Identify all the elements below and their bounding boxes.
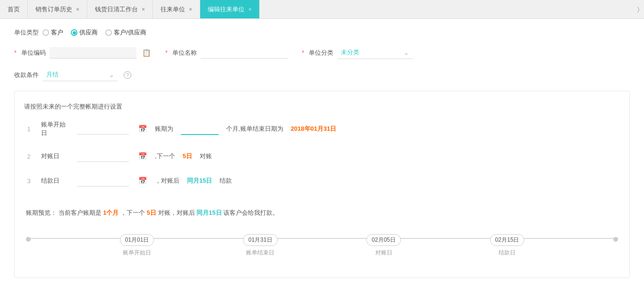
reconcile-date-input[interactable]: 2018-02-05: [77, 151, 129, 162]
timeline-point-3: 02月05日 对账日: [366, 234, 401, 257]
preview-highlight3: 同月15日: [196, 209, 221, 216]
radio-both[interactable]: 客户/供应商: [105, 28, 146, 37]
setting-row-1: 1 账单开始日 2018-01-01 📅 账期为 1 个月,账单结束日期为 20…: [24, 120, 620, 137]
tab-expand-button[interactable]: 〉: [633, 0, 644, 18]
preview-text: 账期预览： 当前客户账期是 1个月 ，下一个 5日 对账，对账后 同月15日 该…: [26, 207, 618, 218]
period-unit: 个月,账单结束日期为: [226, 125, 283, 133]
period-end-date: 2018年01月31日: [291, 125, 337, 133]
row-num-2: 2: [24, 153, 34, 160]
timeline-badge-3: 02月05日: [366, 234, 401, 246]
row-label-1: 账单开始日: [41, 120, 69, 137]
row-label-2: 对账日: [41, 152, 69, 160]
unit-info-row: * 单位编码 000001 📋 * 单位名称 河南供应商22 * 单位分类 未分…: [14, 46, 630, 59]
radio-customer[interactable]: 客户: [42, 28, 63, 37]
main-content: 单位类型 客户 供应商 客户/供应商 * 单位编码 00000: [0, 19, 644, 287]
payment-condition-value: 月结: [46, 70, 105, 79]
setting-row-3: 3 结款日 2018-02-15 📅 ，对账后同月15日结款: [24, 175, 620, 186]
preview-mid1: ，下一个: [120, 209, 145, 216]
timeline-badge-2: 01月31日: [243, 234, 278, 246]
period-input[interactable]: 1: [181, 123, 219, 135]
preview-section: 账期预览： 当前客户账期是 1个月 ，下一个 5日 对账，对账后 同月15日 该…: [24, 200, 620, 266]
unit-type-field: 单位类型 客户 供应商 客户/供应商: [14, 28, 146, 37]
unit-category-value: 未分类: [341, 48, 400, 57]
payment-condition-label: 收款条件: [14, 71, 39, 79]
unit-type-label: 单位类型: [14, 28, 39, 37]
payment-desc-suffix: 结款: [220, 177, 232, 185]
radio-customer-label: 客户: [51, 28, 63, 37]
row-num-1: 1: [24, 126, 34, 133]
tab-edit-partner-close[interactable]: ×: [248, 6, 252, 13]
payment-desc-highlight: 同月15日: [187, 177, 212, 185]
payment-condition-field: 收款条件 月结 ⌄ ?: [14, 68, 131, 81]
tab-sales-history-close[interactable]: ×: [76, 6, 79, 13]
preview-highlight2: 5日: [147, 209, 156, 216]
unit-name-field: * 单位名称 河南供应商22: [165, 47, 288, 59]
preview-suffix: 该客户会给我打款。: [223, 209, 279, 216]
card-title: 请按照未来的一个完整帐期进行设置: [24, 102, 620, 111]
unit-type-row: 单位类型 客户 供应商 客户/供应商: [14, 28, 630, 37]
row-label-3: 结款日: [41, 177, 69, 185]
timeline-label-2: 账单结束日: [246, 249, 274, 257]
timeline-point-2: 01月31日 账单结束日: [243, 234, 278, 257]
radio-both-label: 客户/供应商: [114, 28, 146, 37]
settings-card: 请按照未来的一个完整帐期进行设置 1 账单开始日 2018-01-01 📅 账期…: [14, 91, 630, 278]
preview-highlight1: 1个月: [103, 209, 119, 216]
timeline-badge-1: 01月01日: [120, 234, 154, 246]
timeline-start-dot: [26, 237, 31, 242]
unit-code-copy-icon[interactable]: 📋: [142, 49, 151, 57]
radio-supplier-circle: [71, 29, 77, 36]
payment-date-calendar-icon[interactable]: 📅: [138, 177, 147, 185]
timeline-label-4: 结款日: [499, 249, 516, 257]
unit-type-radio-group: 客户 供应商 客户/供应商: [42, 28, 146, 37]
payment-condition-row: 收款条件 月结 ⌄ ?: [14, 68, 630, 81]
unit-name-input[interactable]: 河南供应商22: [201, 47, 288, 59]
help-icon[interactable]: ?: [124, 71, 131, 79]
tab-sales-history[interactable]: 销售订单历史 ×: [28, 0, 87, 18]
payment-date-input[interactable]: 2018-02-15: [77, 175, 129, 186]
payment-desc-prefix: ，对账后: [155, 177, 179, 185]
unit-name-label: 单位名称: [172, 49, 197, 57]
radio-customer-circle: [42, 29, 49, 36]
unit-code-label: 单位编码: [21, 49, 46, 57]
setting-row-2: 2 对账日 2018-02-05 📅 ,下一个5日对账: [24, 151, 620, 162]
radio-supplier-label: 供应商: [79, 28, 98, 37]
tab-cash-work[interactable]: 钱货日清工作台 ×: [87, 0, 153, 18]
timeline-label-3: 对账日: [375, 249, 392, 257]
reconcile-desc-prefix: ,下一个: [155, 152, 175, 160]
start-date-calendar-icon[interactable]: 📅: [138, 125, 147, 133]
period-label: 账期为: [155, 125, 173, 133]
tab-partner-unit-close[interactable]: ×: [189, 6, 192, 13]
start-date-input[interactable]: 2018-01-01: [77, 123, 129, 135]
reconcile-desc-suffix: 对账: [200, 152, 212, 160]
timeline-point-4: 02月15日 结款日: [490, 234, 525, 257]
tab-edit-partner[interactable]: 编辑往来单位 ×: [200, 0, 260, 18]
radio-both-circle: [105, 29, 112, 36]
timeline-label-1: 账单开始日: [123, 249, 151, 257]
unit-category-arrow-icon: ⌄: [404, 49, 409, 56]
timeline-point-1: 01月01日 账单开始日: [120, 234, 154, 257]
tab-bar: 首页 销售订单历史 × 钱货日清工作台 × 往来单位 × 编辑往来单位 × 〉: [0, 0, 644, 19]
tab-home[interactable]: 首页: [0, 0, 28, 18]
payment-condition-dropdown[interactable]: 月结 ⌄: [42, 68, 118, 81]
unit-category-dropdown[interactable]: 未分类 ⌄: [337, 46, 413, 59]
timeline-points: 01月01日 账单开始日 01月31日 账单结束日 02月05日 对账日: [26, 234, 618, 257]
unit-code-input[interactable]: 000001: [50, 47, 136, 59]
reconcile-date-calendar-icon[interactable]: 📅: [138, 152, 147, 160]
timeline-container: 01月01日 账单开始日 01月31日 账单结束日 02月05日 对账日: [26, 229, 618, 266]
row-num-3: 3: [24, 177, 34, 185]
reconcile-desc-highlight: 5日: [183, 152, 192, 160]
unit-code-field: * 单位编码 000001 📋: [14, 47, 151, 59]
tab-cash-work-close[interactable]: ×: [142, 6, 145, 13]
timeline-end-dot: [613, 237, 618, 242]
unit-category-label: 单位分类: [309, 49, 333, 57]
preview-mid2: 对账，对账后: [158, 209, 195, 216]
preview-prefix: 当前客户账期是: [59, 209, 102, 216]
radio-supplier[interactable]: 供应商: [71, 28, 98, 37]
preview-title: 账期预览：: [26, 209, 57, 216]
unit-category-field: * 单位分类 未分类 ⌄: [302, 46, 413, 59]
tab-partner-unit[interactable]: 往来单位 ×: [153, 0, 200, 18]
payment-condition-arrow-icon: ⌄: [109, 71, 114, 78]
timeline-badge-4: 02月15日: [490, 234, 525, 246]
